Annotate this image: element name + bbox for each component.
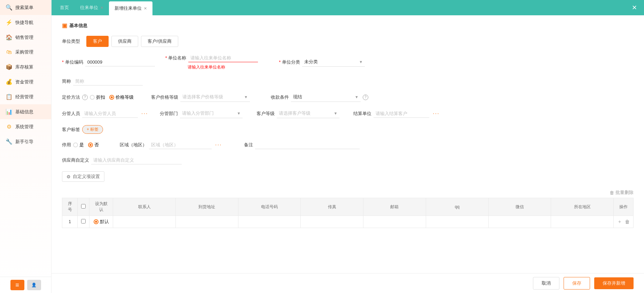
sidebar-item-system[interactable]: ⚙ 系统管理 xyxy=(0,119,51,134)
payment-terms-help-icon[interactable]: ? xyxy=(363,95,368,100)
pricing-method-label: 定价方法 xyxy=(62,94,80,100)
payment-terms-label: 收款条件 xyxy=(271,94,289,100)
custom-settings-icon: ⚙ xyxy=(66,174,71,179)
contact-input[interactable] xyxy=(117,219,172,225)
department-label: 分管部门 xyxy=(160,111,178,117)
customer-tag-group: 客户标签 + 标签 xyxy=(62,125,103,134)
manager-input[interactable] xyxy=(82,109,138,118)
settlement-unit-input[interactable] xyxy=(374,109,429,118)
row-checkbox[interactable] xyxy=(81,219,86,223)
region-input[interactable] xyxy=(149,141,212,149)
sidebar-item-basic-info[interactable]: 📊 基础信息 xyxy=(0,104,51,119)
custom-settings-btn[interactable]: ⚙ 自定义项设置 xyxy=(62,171,104,182)
tabs-close-all[interactable]: ✕ xyxy=(628,4,641,11)
btn-both[interactable]: 客户/供应商 xyxy=(141,36,178,47)
col-email: 邮箱 xyxy=(363,198,426,216)
section-title-text: 基本信息 xyxy=(69,23,87,29)
sidebar-item-label: 新手引导 xyxy=(15,139,33,145)
sidebar-item-operations[interactable]: 📋 经营管理 xyxy=(0,89,51,104)
unit-category-select[interactable]: 未分类 ▼ xyxy=(302,57,365,67)
tab-partners-label: 往来单位 xyxy=(80,5,98,11)
sidebar-item-finance[interactable]: 💰 资金管理 xyxy=(0,74,51,89)
settlement-unit-group: 结算单位 ··· xyxy=(353,109,441,118)
phone-input[interactable] xyxy=(242,219,297,225)
customer-price-level-group: 客户价格等级 请选择客户价格等级 ▼ xyxy=(151,92,250,102)
btn-customer[interactable]: 客户 xyxy=(86,36,109,47)
fax-input[interactable] xyxy=(304,219,360,225)
sidebar-item-inventory[interactable]: 📦 库存核算 xyxy=(0,59,51,74)
cell-wechat xyxy=(488,216,551,228)
manager-group: 分管人员 ··· xyxy=(62,109,149,118)
disabled-no-option[interactable]: 否 xyxy=(88,142,99,148)
tab-partners-close[interactable]: ✕ xyxy=(100,6,103,10)
customer-level-arrow: ▼ xyxy=(333,111,337,115)
sidebar-item-purchase[interactable]: 🛍 采购管理 xyxy=(0,45,51,59)
wechat-input[interactable] xyxy=(492,219,548,225)
supplier-custom-label: 供应商自定义 xyxy=(62,157,89,163)
row-actions: ＋ 🗑 xyxy=(617,219,630,225)
sidebar-item-sales[interactable]: 🏠 销售管理 xyxy=(0,30,51,45)
cancel-button[interactable]: 取消 xyxy=(533,277,559,290)
sidebar-expand-btn[interactable]: ≡ xyxy=(10,280,24,290)
region-more-btn[interactable]: ··· xyxy=(214,142,223,148)
table-header-row: 序号 设为默认 联系人 到货地址 电话号码 传真 邮箱 qq 微信 所在地区 操… xyxy=(62,198,634,216)
header-checkbox[interactable] xyxy=(81,204,86,209)
disabled-yes-option[interactable]: 是 xyxy=(73,142,84,148)
pricing-level-label: 价格等级 xyxy=(116,94,134,100)
tab-bar: 首页 往来单位 ✕ 新增往来单位 ✕ ✕ xyxy=(52,0,644,15)
save-new-button[interactable]: 保存并新增 xyxy=(594,277,634,289)
disabled-yes-label: 是 xyxy=(79,142,84,148)
btn-supplier[interactable]: 供应商 xyxy=(111,36,138,47)
department-select[interactable]: 请输入分管部门 ▼ xyxy=(180,109,243,118)
abbreviation-input[interactable] xyxy=(73,77,143,86)
settlement-unit-more-btn[interactable]: ··· xyxy=(431,111,441,117)
sidebar-item-label: 库存核算 xyxy=(15,64,33,70)
tab-new-partner[interactable]: 新增往来单位 ✕ xyxy=(109,1,152,15)
form-row-6: 停用 是 否 区域（地区） ··· 备注 xyxy=(62,141,634,149)
customer-tag-btn[interactable]: + 标签 xyxy=(82,125,103,134)
delete-row-btn[interactable]: 🗑 xyxy=(625,219,630,225)
customer-price-level-select[interactable]: 请选择客户价格等级 ▼ xyxy=(180,92,250,102)
lightning-icon: ⚡ xyxy=(6,19,13,26)
disabled-label: 停用 xyxy=(62,142,71,148)
pricing-discount-option[interactable]: 折扣 xyxy=(90,94,105,100)
sidebar-item-quick-nav[interactable]: ⚡ 快捷导航 xyxy=(0,15,51,30)
save-button[interactable]: 保存 xyxy=(564,277,590,290)
tab-new-partner-close[interactable]: ✕ xyxy=(144,6,147,11)
col-fax: 传真 xyxy=(301,198,363,216)
remarks-group: 备注 xyxy=(244,141,360,149)
remarks-input[interactable] xyxy=(255,141,360,149)
sidebar-item-label: 资金管理 xyxy=(15,79,33,85)
address-input[interactable] xyxy=(179,219,235,225)
payment-terms-select[interactable]: 现结 ▼ xyxy=(291,92,361,102)
unit-code-group: 单位编码 xyxy=(62,58,155,66)
email-input[interactable] xyxy=(367,219,422,225)
sidebar-user-btn[interactable]: 👤 xyxy=(27,280,41,290)
add-row-btn[interactable]: ＋ xyxy=(617,219,622,225)
manager-more-btn[interactable]: ··· xyxy=(140,111,149,117)
tab-partners[interactable]: 往来单位 ✕ xyxy=(74,0,109,15)
batch-delete-btn[interactable]: 🗑 批量删除 xyxy=(610,189,634,196)
pricing-help-icon[interactable]: ? xyxy=(82,95,88,100)
sidebar-item-search[interactable]: 🔍 搜索菜单 xyxy=(0,0,51,15)
supplier-custom-input[interactable] xyxy=(91,156,182,164)
row-region-input[interactable] xyxy=(555,219,610,225)
default-radio-item[interactable]: 默认 xyxy=(93,219,109,225)
cell-region xyxy=(551,216,614,228)
unit-category-label: 单位分类 xyxy=(279,59,300,65)
tab-home[interactable]: 首页 xyxy=(54,0,74,15)
form-row-2: 简称 xyxy=(62,77,634,86)
sidebar-item-label: 销售管理 xyxy=(15,34,33,41)
pricing-level-option[interactable]: 价格等级 xyxy=(109,94,134,100)
customer-level-label: 客户等级 xyxy=(257,111,275,117)
unit-category-value: 未分类 xyxy=(304,59,318,65)
unit-code-input[interactable] xyxy=(85,58,155,66)
col-wechat: 微信 xyxy=(488,198,551,216)
unit-name-input[interactable] xyxy=(188,54,258,62)
customer-price-level-arrow: ▼ xyxy=(244,95,248,99)
sidebar-item-guide[interactable]: 🔧 新手引导 xyxy=(0,134,51,149)
form-row-3: 定价方法 ? 折扣 价格等级 客户价格等级 请选择客户价格等级 xyxy=(62,92,634,102)
col-address: 到货地址 xyxy=(175,198,238,216)
qq-input[interactable] xyxy=(430,219,485,225)
customer-level-select[interactable]: 请选择客户等级 ▼ xyxy=(277,109,339,118)
